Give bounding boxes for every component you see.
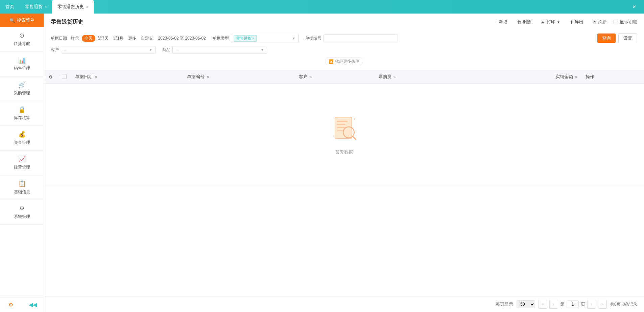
export-button[interactable]: ⬆ 导出 — [567, 18, 586, 26]
table-container: ⚙ 单据日期 ⇅ 单据编号 ⇅ — [44, 70, 644, 296]
date-shortcut-today[interactable]: 今天 — [82, 35, 95, 42]
first-page-icon: « — [542, 302, 544, 307]
print-button[interactable]: 🖨 打印 ▼ — [538, 18, 563, 26]
date-shortcut-1month[interactable]: 近1月 — [111, 35, 126, 42]
th-amount-label: 实销金额 — [555, 74, 573, 79]
sidebar-item-purchase-label: 采购管理 — [14, 90, 30, 96]
filter-product: 商品 ... ▼ — [162, 46, 267, 53]
guide-sort-icon[interactable]: ⇅ — [393, 75, 396, 79]
th-number[interactable]: 单据编号 ⇅ — [183, 70, 295, 84]
sidebar-settings-button[interactable]: ⚙ — [0, 297, 22, 312]
sidebar-item-inventory[interactable]: 🔒 库存核算 — [0, 101, 44, 126]
svg-rect-4 — [337, 130, 343, 131]
refresh-label: 刷新 — [598, 19, 607, 25]
filter-row-1: 单据日期 昨天 今天 近7天 近1月 更多 自定义 2023-06-02 至 2… — [51, 33, 637, 46]
display-detail-checkbox[interactable] — [614, 20, 618, 24]
page-size-select[interactable]: 50 100 200 — [517, 300, 535, 308]
svg-rect-1 — [337, 121, 348, 122]
page-unit: 页 — [581, 301, 585, 307]
add-icon: + — [495, 20, 498, 25]
delete-button[interactable]: 🗑 删除 — [514, 18, 534, 26]
collapse-button[interactable]: 🔼 收起更多条件 — [325, 58, 363, 65]
sidebar: 🔍 搜索菜单 ⊙ 快捷导航 📊 销售管理 🛒 采购管理 🔒 库存核算 💰 — [0, 14, 44, 312]
product-select-arrow: ▼ — [261, 48, 264, 52]
date-shortcut-more[interactable]: 更多 — [126, 35, 138, 42]
filter-settings-button[interactable]: 设置 — [618, 33, 637, 43]
export-icon: ⬆ — [570, 20, 573, 25]
add-button[interactable]: + 新增 — [492, 18, 510, 26]
sidebar-item-inventory-label: 库存核算 — [14, 115, 30, 121]
last-page-icon: » — [601, 302, 604, 307]
number-input[interactable] — [324, 35, 398, 42]
tab-retail-return-history-close[interactable]: × — [86, 5, 88, 9]
amount-sort-icon[interactable]: ⇅ — [575, 75, 577, 79]
sidebar-item-quick-nav[interactable]: ⊙ 快捷导航 — [0, 27, 44, 52]
page-number-input[interactable] — [567, 300, 579, 308]
th-customer[interactable]: 客户 ⇅ — [295, 70, 374, 84]
tab-retail-return[interactable]: 零售退货 × — [20, 0, 52, 14]
empty-state-text: 暂无数据 — [335, 149, 353, 155]
sidebar-bottom: ⚙ ◀◀ — [0, 297, 44, 312]
next-page-icon: › — [591, 302, 592, 307]
collapse-icon: 🔼 — [329, 59, 334, 64]
date-shortcut-yesterday[interactable]: 昨天 — [69, 35, 81, 42]
customer-filter-label: 客户 — [51, 47, 59, 53]
sidebar-menu: ⊙ 快捷导航 📊 销售管理 🛒 采购管理 🔒 库存核算 💰 资金管理 📈 — [0, 27, 44, 297]
query-button[interactable]: 查询 — [597, 34, 616, 43]
date-sort-icon[interactable]: ⇅ — [95, 75, 97, 79]
next-page-button[interactable]: › — [587, 300, 596, 309]
sidebar-item-operations[interactable]: 📈 经营管理 — [0, 151, 44, 175]
tab-retail-return-close[interactable]: × — [45, 5, 47, 9]
sidebar-item-basic-info[interactable]: 📋 基础信息 — [0, 175, 44, 200]
prev-page-button[interactable]: ‹ — [549, 300, 558, 309]
th-checkbox[interactable] — [57, 70, 71, 84]
type-select[interactable]: 零售退货 × ▼ — [231, 34, 299, 43]
product-select[interactable]: ... ▼ — [172, 46, 267, 53]
sales-icon: 📊 — [18, 57, 26, 64]
content-area: 零售退货历史 + 新增 🗑 删除 🖨 打印 ▼ — [44, 14, 644, 312]
tab-retail-return-history[interactable]: 零售退货历史 × — [52, 0, 93, 14]
system-icon: ⚙ — [19, 205, 25, 212]
sidebar-item-finance[interactable]: 💰 资金管理 — [0, 126, 44, 151]
last-page-button[interactable]: » — [598, 300, 607, 309]
customer-sort-icon[interactable]: ⇅ — [309, 75, 312, 79]
sidebar-item-system-label: 系统管理 — [14, 214, 30, 220]
display-detail-toggle[interactable]: 显示明细 — [614, 19, 637, 25]
tab-home[interactable]: 首页 — [0, 0, 20, 14]
svg-line-7 — [353, 136, 356, 139]
delete-icon: 🗑 — [517, 20, 521, 25]
date-shortcuts: 昨天 今天 近7天 近1月 更多 自定义 — [69, 35, 155, 42]
first-page-button[interactable]: « — [539, 300, 547, 309]
type-tag-close[interactable]: × — [252, 37, 254, 40]
th-date[interactable]: 单据日期 ⇅ — [71, 70, 183, 84]
th-amount[interactable]: 实销金额 ⇅ — [470, 70, 582, 84]
delete-label: 删除 — [523, 19, 531, 25]
date-shortcut-custom[interactable]: 自定义 — [139, 35, 155, 42]
sidebar-item-system[interactable]: ⚙ 系统管理 — [0, 200, 44, 225]
sidebar-notify-button[interactable]: ◀◀ — [22, 297, 44, 312]
th-settings[interactable]: ⚙ — [44, 70, 57, 84]
tab-home-label: 首页 — [5, 4, 14, 10]
page-title-row: 零售退货历史 + 新增 🗑 删除 🖨 打印 ▼ — [51, 18, 637, 26]
select-all-checkbox[interactable] — [62, 74, 67, 79]
filter-actions: 查询 设置 — [597, 33, 637, 43]
sidebar-search-label: 搜索菜单 — [17, 17, 34, 23]
sidebar-item-sales[interactable]: 📊 销售管理 — [0, 52, 44, 76]
window-close-button[interactable]: × — [629, 3, 639, 10]
refresh-button[interactable]: ↻ 刷新 — [590, 18, 610, 26]
date-filter-label: 单据日期 — [51, 36, 67, 41]
th-actions-label: 操作 — [586, 74, 594, 79]
number-sort-icon[interactable]: ⇅ — [207, 75, 209, 79]
table-empty-cell: ✦ ✦ 暂无数据 — [44, 84, 644, 186]
sidebar-item-purchase[interactable]: 🛒 采购管理 — [0, 76, 44, 101]
column-settings-icon[interactable]: ⚙ — [49, 74, 53, 80]
sidebar-search-button[interactable]: 🔍 搜索菜单 — [0, 14, 44, 27]
date-shortcut-7days[interactable]: 近7天 — [96, 35, 111, 42]
table-header-row: ⚙ 单据日期 ⇅ 单据编号 ⇅ — [44, 70, 644, 84]
th-guide[interactable]: 导购员 ⇅ — [374, 70, 470, 84]
customer-select[interactable]: ... ▼ — [61, 46, 156, 53]
collapse-label: 收起更多条件 — [335, 59, 359, 64]
settings-icon: ⚙ — [8, 302, 13, 308]
filter-number: 单据编号 — [305, 35, 398, 42]
type-tag-label: 零售退货 — [236, 36, 251, 41]
